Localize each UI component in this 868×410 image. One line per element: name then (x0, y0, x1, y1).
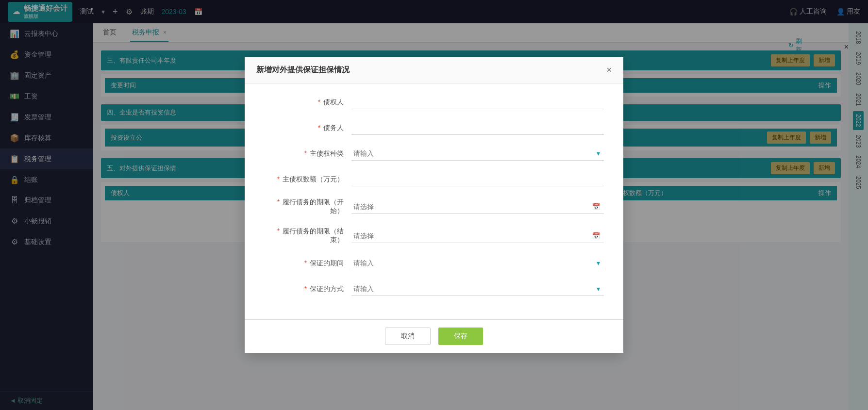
required-mark: * (304, 285, 307, 293)
form-row-perform-start: * 履行债务的期限（开始） 📅 (264, 198, 604, 215)
required-mark: * (318, 124, 320, 131)
form-label-perform-start: * 履行债务的期限（开始） (264, 198, 351, 215)
dialog-footer: 取消 保存 (245, 319, 623, 353)
label-text: 债务人 (323, 124, 344, 131)
form-label-claim-type: * 主债权种类 (264, 149, 351, 158)
dialog: 新增对外提供保证担保情况 × * 债权人 * 债务人 (245, 57, 623, 353)
guarantee-period-select[interactable]: ▾ (351, 256, 604, 270)
guarantee-method-select[interactable]: ▾ (351, 282, 604, 296)
dialog-title: 新增对外提供保证担保情况 (256, 65, 350, 75)
label-text: 履行债务的期限（开始） (283, 198, 344, 214)
creditor-input[interactable] (351, 95, 604, 109)
perform-start-picker[interactable]: 📅 (351, 200, 604, 214)
form-label-perform-end: * 履行债务的期限（结束） (264, 227, 351, 245)
claim-type-input[interactable] (351, 147, 604, 160)
required-mark: * (304, 259, 307, 267)
perform-start-input[interactable] (351, 200, 604, 213)
form-row-claim-amount: * 主债权数额（万元） (264, 172, 604, 186)
label-text: 保证的方式 (310, 285, 344, 293)
dialog-header: 新增对外提供保证担保情况 × (245, 57, 623, 83)
form-row-guarantee-method: * 保证的方式 ▾ (264, 282, 604, 296)
required-mark: * (277, 175, 280, 183)
required-mark: * (277, 198, 280, 206)
guarantee-method-input[interactable] (351, 282, 604, 295)
form-label-creditor: * 债权人 (264, 98, 351, 107)
claim-type-select[interactable]: ▾ (351, 147, 604, 161)
perform-end-input[interactable] (351, 229, 604, 243)
label-text: 主债权种类 (310, 149, 344, 157)
dialog-overlay: 新增对外提供保证担保情况 × * 债权人 * 债务人 (0, 0, 868, 410)
required-mark: * (318, 98, 320, 106)
required-mark: * (277, 227, 280, 235)
form-label-claim-amount: * 主债权数额（万元） (264, 175, 351, 184)
perform-end-picker[interactable]: 📅 (351, 229, 604, 243)
form-label-debtor: * 债务人 (264, 124, 351, 132)
dialog-body: * 债权人 * 债务人 * 主债权种类 (245, 83, 623, 319)
label-text: 债权人 (323, 98, 344, 106)
form-label-guarantee-method: * 保证的方式 (264, 285, 351, 294)
dialog-close-button[interactable]: × (606, 65, 612, 75)
form-row-debtor: * 债务人 (264, 121, 604, 135)
label-text: 履行债务的期限（结束） (283, 227, 344, 244)
form-label-guarantee-period: * 保证的期间 (264, 259, 351, 268)
label-text: 主债权数额（万元） (283, 175, 344, 183)
form-row-claim-type: * 主债权种类 ▾ (264, 147, 604, 161)
guarantee-period-input[interactable] (351, 256, 604, 270)
form-row-guarantee-period: * 保证的期间 ▾ (264, 256, 604, 270)
label-text: 保证的期间 (310, 259, 344, 267)
form-row-perform-end: * 履行债务的期限（结束） 📅 (264, 227, 604, 245)
save-button[interactable]: 保存 (438, 328, 483, 345)
claim-amount-input[interactable] (351, 172, 604, 186)
form-row-creditor: * 债权人 (264, 95, 604, 109)
required-mark: * (304, 149, 307, 157)
debtor-input[interactable] (351, 121, 604, 135)
cancel-button[interactable]: 取消 (385, 328, 431, 345)
